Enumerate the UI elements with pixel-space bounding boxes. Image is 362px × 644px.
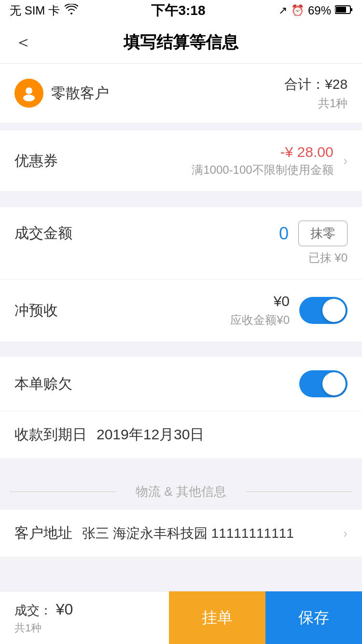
voucher-card[interactable]: 优惠券 -¥ 28.00 满1000-100不限制使用金额 › [0, 130, 362, 192]
status-right: ↗ ⏰ 69% [278, 4, 352, 17]
time-display: 下午3:18 [151, 1, 205, 20]
voucher-description: 满1000-100不限制使用金额 [192, 162, 333, 178]
page-title: 填写结算等信息 [124, 31, 238, 54]
deal-amount-section: 成交金额 0 抹零 已抹 ¥0 [0, 207, 362, 280]
advance-toggle[interactable] [299, 297, 348, 324]
total-amount: 合计：¥28 [284, 75, 348, 94]
voucher-row[interactable]: 优惠券 -¥ 28.00 满1000-100不限制使用金额 › [0, 130, 362, 192]
address-label: 客户地址 [14, 523, 72, 543]
logistics-header: 物流 & 其他信息 [0, 474, 362, 510]
debt-toggle-thumb [322, 372, 346, 395]
customer-right: 合计：¥28 共1种 [284, 75, 348, 111]
advance-amount: ¥0 [274, 293, 290, 309]
status-left: 无 SIM 卡 [10, 3, 78, 18]
carrier-label: 无 SIM 卡 [10, 3, 60, 18]
bottom-summary: 成交： ¥0 共1种 [0, 601, 169, 635]
deal-amount-sub: 已抹 ¥0 [14, 250, 348, 266]
logistics-line-right [246, 491, 352, 492]
advance-right: ¥0 应收金额¥0 [230, 293, 348, 328]
svg-point-3 [26, 87, 32, 94]
voucher-chevron-icon: › [343, 153, 348, 168]
bottom-deal-label: 成交： [14, 603, 52, 617]
content-area: 零散客户 合计：¥28 共1种 优惠券 -¥ 28.00 满1000-100不限… [0, 64, 362, 622]
svg-point-4 [23, 95, 35, 101]
bottom-deal-amount: ¥0 [56, 601, 73, 618]
address-value: 张三 海淀永丰科技园 11111111111 [82, 524, 334, 543]
deal-amount-top-row: 成交金额 0 抹零 [14, 221, 348, 246]
address-chevron-icon: › [343, 526, 348, 541]
svg-rect-2 [336, 7, 346, 13]
debt-label: 本单赊欠 [14, 374, 72, 394]
nav-bar: ＜ 填写结算等信息 [0, 21, 362, 64]
deal-amount-input-area: 0 抹零 [279, 221, 348, 246]
address-row[interactable]: 客户地址 张三 海淀永丰科技园 11111111111 › [0, 510, 362, 557]
divider-2 [0, 349, 362, 357]
due-date-row[interactable]: 收款到期日 2019年12月30日 [0, 411, 362, 458]
bottom-count: 共1种 [14, 621, 154, 635]
battery-label: 69% [308, 4, 331, 17]
deal-amount-label: 成交金额 [14, 224, 72, 243]
bottom-bar: 成交： ¥0 共1种 挂单 保存 [0, 591, 362, 644]
debt-row: 本单赊欠 [0, 357, 362, 411]
voucher-discount: -¥ 28.00 [280, 144, 334, 160]
save-button[interactable]: 保存 [265, 591, 362, 644]
customer-card: 零散客户 合计：¥28 共1种 [0, 64, 362, 123]
logistics-title: 物流 & 其他信息 [136, 483, 226, 500]
customer-left: 零散客户 [14, 79, 109, 108]
advance-label: 冲预收 [14, 301, 58, 321]
advance-row: 冲预收 ¥0 应收金额¥0 [0, 280, 362, 341]
bottom-deal-row: 成交： ¥0 [14, 601, 154, 619]
address-card[interactable]: 客户地址 张三 海淀永丰科技园 11111111111 › [0, 510, 362, 557]
voucher-info: -¥ 28.00 满1000-100不限制使用金额 [192, 144, 333, 178]
customer-name: 零散客户 [51, 84, 109, 103]
voucher-label: 优惠券 [14, 151, 58, 171]
battery-icon [335, 4, 352, 17]
hold-button[interactable]: 挂单 [169, 591, 265, 644]
logistics-line-left [10, 491, 116, 492]
deal-amount-card: 成交金额 0 抹零 已抹 ¥0 冲预收 ¥0 应收金额¥0 [0, 207, 362, 341]
divider-1 [0, 199, 362, 207]
due-date-label: 收款到期日 [14, 425, 87, 445]
avatar [14, 79, 43, 108]
alarm-icon: ⏰ [291, 4, 304, 17]
location-icon: ↗ [278, 4, 287, 17]
back-button[interactable]: ＜ [14, 30, 32, 54]
debt-toggle-track [299, 370, 348, 397]
round-zero-button[interactable]: 抹零 [298, 221, 348, 246]
wifi-icon [65, 4, 78, 17]
debt-card: 本单赊欠 收款到期日 2019年12月30日 [0, 357, 362, 458]
divider-3 [0, 466, 362, 474]
svg-rect-1 [350, 8, 352, 11]
due-date-value: 2019年12月30日 [97, 425, 204, 445]
advance-toggle-thumb [322, 299, 346, 322]
advance-amounts: ¥0 应收金额¥0 [230, 293, 290, 328]
voucher-right: -¥ 28.00 满1000-100不限制使用金额 › [192, 144, 348, 178]
status-bar: 无 SIM 卡 下午3:18 ↗ ⏰ 69% [0, 0, 362, 21]
debt-toggle[interactable] [299, 370, 348, 397]
deal-amount-value[interactable]: 0 [279, 224, 289, 244]
customer-row: 零散客户 合计：¥28 共1种 [0, 64, 362, 123]
advance-sub: 应收金额¥0 [230, 312, 290, 328]
total-count: 共1种 [284, 96, 348, 111]
advance-toggle-track [299, 297, 348, 324]
